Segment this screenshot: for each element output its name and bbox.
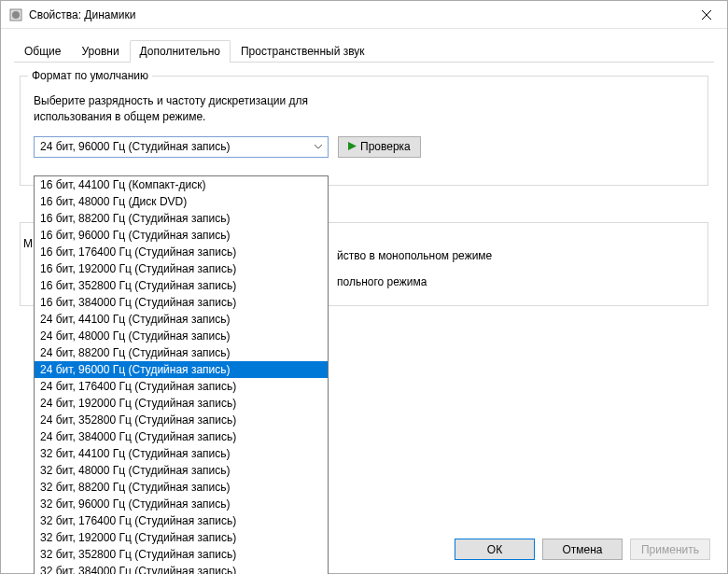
window-title: Свойства: Динамики bbox=[29, 8, 685, 21]
default-format-title: Формат по умолчанию bbox=[28, 69, 152, 82]
dropdown-option[interactable]: 16 бит, 176400 Гц (Студийная запись) bbox=[35, 244, 328, 260]
speaker-icon bbox=[8, 7, 23, 22]
apply-button: Применить bbox=[630, 539, 710, 560]
dropdown-option[interactable]: 32 бит, 44100 Гц (Студийная запись) bbox=[35, 445, 328, 462]
exclusive-line2-text: польного режима bbox=[337, 275, 427, 288]
tab-general[interactable]: Общие bbox=[14, 40, 71, 63]
dropdown-option[interactable]: 32 бит, 96000 Гц (Студийная запись) bbox=[35, 496, 328, 512]
cancel-button[interactable]: Отмена bbox=[542, 539, 623, 560]
close-button[interactable] bbox=[685, 1, 727, 28]
chevron-down-icon bbox=[311, 140, 326, 153]
default-format-group: Формат по умолчанию Выберите разрядность… bbox=[20, 76, 708, 186]
dropdown-option[interactable]: 32 бит, 352800 Гц (Студийная запись) bbox=[35, 546, 328, 563]
sample-format-dropdown-list[interactable]: 16 бит, 44100 Гц (Компакт-диск)16 бит, 4… bbox=[34, 175, 329, 574]
dropdown-option[interactable]: 16 бит, 352800 Гц (Студийная запись) bbox=[35, 277, 328, 294]
dropdown-option[interactable]: 32 бит, 48000 Гц (Студийная запись) bbox=[35, 462, 328, 479]
dropdown-option[interactable]: 32 бит, 384000 Гц (Студийная запись) bbox=[35, 563, 328, 574]
dropdown-option[interactable]: 24 бит, 176400 Гц (Студийная запись) bbox=[35, 378, 328, 395]
exclusive-prefix-text: М bbox=[23, 237, 33, 250]
play-icon bbox=[348, 141, 357, 152]
default-format-description: Выберите разрядность и частоту дискретиз… bbox=[34, 93, 694, 125]
tab-content: Формат по умолчанию Выберите разрядность… bbox=[1, 63, 727, 186]
dropdown-option[interactable]: 32 бит, 176400 Гц (Студийная запись) bbox=[35, 512, 328, 529]
dropdown-option[interactable]: 24 бит, 48000 Гц (Студийная запись) bbox=[35, 328, 328, 344]
titlebar: Свойства: Динамики bbox=[1, 1, 727, 29]
properties-window: Свойства: Динамики Общие Уровни Дополнит… bbox=[0, 0, 728, 574]
exclusive-line1-text: йство в монопольном режиме bbox=[337, 249, 492, 262]
dropdown-option[interactable]: 16 бит, 96000 Гц (Студийная запись) bbox=[35, 227, 328, 244]
svg-marker-4 bbox=[348, 142, 357, 150]
dropdown-option[interactable]: 32 бит, 192000 Гц (Студийная запись) bbox=[35, 529, 328, 546]
sample-format-combobox[interactable]: 24 бит, 96000 Гц (Студийная запись) bbox=[34, 136, 329, 158]
svg-point-1 bbox=[12, 11, 20, 19]
dropdown-option[interactable]: 24 бит, 96000 Гц (Студийная запись) bbox=[35, 361, 328, 378]
dialog-button-row: ОК Отмена Применить bbox=[455, 539, 710, 560]
ok-button[interactable]: ОК bbox=[455, 539, 535, 560]
close-icon bbox=[702, 10, 711, 20]
dropdown-option[interactable]: 32 бит, 88200 Гц (Студийная запись) bbox=[35, 479, 328, 496]
tab-spatial-sound[interactable]: Пространственный звук bbox=[231, 40, 375, 63]
dropdown-option[interactable]: 24 бит, 192000 Гц (Студийная запись) bbox=[35, 395, 328, 412]
sample-format-selected: 24 бит, 96000 Гц (Студийная запись) bbox=[40, 140, 311, 153]
dropdown-option[interactable]: 16 бит, 48000 Гц (Диск DVD) bbox=[35, 193, 328, 210]
tab-strip: Общие Уровни Дополнительно Пространствен… bbox=[1, 29, 727, 63]
dropdown-option[interactable]: 16 бит, 44100 Гц (Компакт-диск) bbox=[35, 176, 328, 193]
dropdown-option[interactable]: 16 бит, 88200 Гц (Студийная запись) bbox=[35, 210, 328, 227]
dropdown-option[interactable]: 24 бит, 352800 Гц (Студийная запись) bbox=[35, 412, 328, 428]
dropdown-option[interactable]: 24 бит, 44100 Гц (Студийная запись) bbox=[35, 311, 328, 328]
dropdown-option[interactable]: 24 бит, 384000 Гц (Студийная запись) bbox=[35, 428, 328, 445]
dropdown-option[interactable]: 16 бит, 192000 Гц (Студийная запись) bbox=[35, 260, 328, 277]
test-button[interactable]: Проверка bbox=[338, 136, 421, 158]
dropdown-option[interactable]: 16 бит, 384000 Гц (Студийная запись) bbox=[35, 294, 328, 311]
tab-advanced[interactable]: Дополнительно bbox=[130, 40, 231, 63]
tab-levels[interactable]: Уровни bbox=[71, 40, 129, 63]
dropdown-option[interactable]: 24 бит, 88200 Гц (Студийная запись) bbox=[35, 344, 328, 361]
